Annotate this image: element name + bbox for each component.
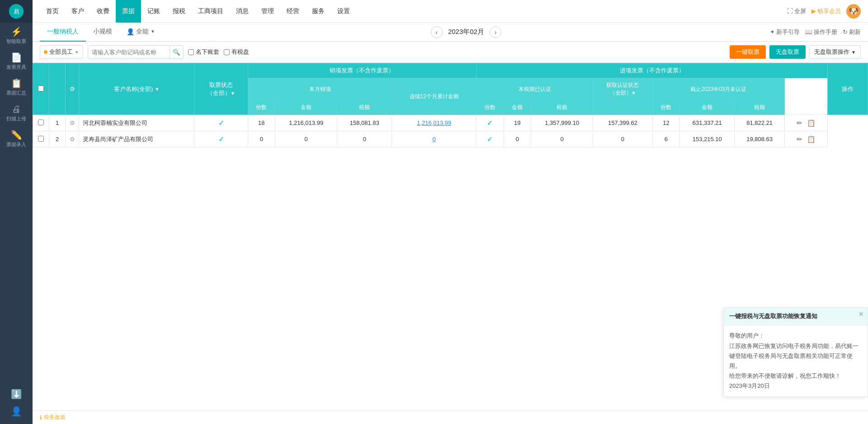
filter-right: 一键取票 无盘取票 无盘取票操作 ▼ <box>730 45 861 59</box>
employee-select[interactable]: 全部员工 ▼ <box>40 45 83 59</box>
nav-home[interactable]: 首页 <box>40 0 65 23</box>
notification-scroll[interactable]: 尊敬的用户： 江苏政务网已恢复访问电子税务局功能，易代账一键登陆电子税务局与无盘… <box>724 325 868 396</box>
view-btn[interactable]: 📋 <box>807 119 816 127</box>
th-sales-group: 销项发票（不含作废票） <box>248 63 476 78</box>
dropdown-icon: ▼ <box>851 50 856 55</box>
sidebar-item-issue-invoice[interactable]: 📄 发票开具 <box>0 48 33 74</box>
edit-btn[interactable]: ✏ <box>797 119 802 127</box>
nav-collection[interactable]: 收费 <box>90 0 116 23</box>
nav-invoice[interactable]: 票据 <box>116 0 141 23</box>
sidebar-item-download[interactable]: ⬇️ <box>0 385 33 402</box>
th-purch-verified: 本税期已认证 <box>476 78 593 100</box>
row-customer: 河北柯蓉楠实业有限公司 <box>79 115 194 131</box>
checkbox-taxdisk[interactable]: 有税盘 <box>224 48 249 56</box>
th-purch-verify-status: 获取认证状态（全部）▼ <box>593 78 652 100</box>
tax-policy-link[interactable]: 税务政策 <box>44 414 66 421</box>
row-pv-amount: 0 <box>531 131 593 148</box>
sidebar-item-data-entry[interactable]: ✏️ 票据录入 <box>0 126 33 152</box>
row-sales-amount: 1,216,013.99 <box>275 115 337 131</box>
row-fetch-status: ✓ <box>194 131 248 148</box>
topnav-items: 首页 客户 收费 票据 记账 报税 工商项目 消息 管理 经营 服务 设置 <box>40 0 787 23</box>
sidebar-item-label: 票据汇总 <box>6 90 26 96</box>
row-pu-amount: 153,215.10 <box>680 131 735 148</box>
membership-icon: ▶ <box>811 8 816 14</box>
select-all-checkbox[interactable] <box>38 86 44 91</box>
sidebar-item-label: 发票开具 <box>6 64 26 71</box>
row-checkbox[interactable] <box>33 131 49 148</box>
nav-operation[interactable]: 经营 <box>280 0 306 23</box>
sidebar-item-scan-upload[interactable]: 🖨 扫描上传 <box>0 100 33 126</box>
nav-service[interactable]: 服务 <box>306 0 331 23</box>
search-button[interactable]: 🔍 <box>170 45 183 59</box>
sidebar: 易 ⚡ 智能取票 📄 发票开具 📋 票据汇总 🖨 扫描上传 ✏️ 票据录入 ⬇️… <box>0 0 33 424</box>
chevron-down-icon: ▼ <box>75 50 79 55</box>
topnav-right: ⛶ 全屏 ▶ 畅享会员 🐶 <box>787 4 861 19</box>
checkbox-account-input[interactable] <box>188 49 194 55</box>
one-click-fetch-btn[interactable]: 一键取票 <box>730 45 766 59</box>
nav-management[interactable]: 管理 <box>255 0 280 23</box>
sidebar-bottom: ⬇️ 👤 <box>0 385 33 424</box>
row-pv-amount: 1,357,999.10 <box>531 115 593 131</box>
th-vs-filler <box>593 100 652 115</box>
row-sales-amount: 0 <box>275 131 337 148</box>
download-icon: ⬇️ <box>11 390 22 399</box>
th-checkbox <box>33 63 49 115</box>
no-disk-fetch-btn[interactable]: 无盘取票 <box>769 45 806 59</box>
logo: 易 <box>0 0 33 23</box>
row-pu-amount: 631,337.21 <box>680 115 735 131</box>
row-settings[interactable]: ⚙ <box>66 131 79 148</box>
row-customer: 灵寿县尚泽矿产品有限公司 <box>79 131 194 148</box>
row-pv-tax: 0 <box>593 131 652 148</box>
row-checkbox[interactable] <box>33 115 49 131</box>
row-settings[interactable]: ⚙ <box>66 115 79 131</box>
sidebar-item-invoice-summary[interactable]: 📋 票据汇总 <box>0 74 33 100</box>
notification-close-btn[interactable]: ✕ <box>859 310 864 318</box>
view-btn[interactable]: 📋 <box>807 135 816 143</box>
fullscreen-btn[interactable]: ⛶ 全屏 <box>787 7 806 15</box>
issue-invoice-icon: 📄 <box>11 53 22 62</box>
status-bar: ℹ 税务政策 <box>33 410 868 424</box>
next-period-btn[interactable]: › <box>490 26 501 38</box>
tab-small[interactable]: 小规模 <box>86 23 119 42</box>
search-input[interactable] <box>88 46 170 58</box>
new-guide-btn[interactable]: ✦ 新手引导 <box>770 28 800 36</box>
row-index: 2 <box>49 131 66 148</box>
user-avatar[interactable]: 🐶 <box>846 4 861 19</box>
table-row: 1 ⚙ 河北柯蓉楠实业有限公司 ✓ 18 1,216,013.99 158,08… <box>33 115 868 131</box>
manual-btn[interactable]: 📖 操作手册 <box>805 28 837 36</box>
user-icon: 👤 <box>11 407 22 416</box>
nav-bookkeeping[interactable]: 记账 <box>141 0 166 23</box>
invoice-summary-icon: 📋 <box>11 79 22 88</box>
sidebar-item-label: 智能取票 <box>6 38 26 45</box>
row-12month-amount: 1,216,013.99 <box>392 115 476 131</box>
period-text: 2023年02月 <box>448 28 484 36</box>
sidebar-item-smart-fetch[interactable]: ⚡ 智能取票 <box>0 23 33 48</box>
sidebar-item-user[interactable]: 👤 <box>0 402 33 419</box>
th-pu-tax: 税额 <box>735 100 785 115</box>
nav-customer[interactable]: 客户 <box>65 0 90 23</box>
row-verify-status: ✓ <box>476 115 504 131</box>
row-sales-count: 18 <box>248 115 275 131</box>
th-sales-month: 本月销项 <box>248 78 392 100</box>
tab-general[interactable]: 一般纳税人 <box>40 23 86 42</box>
checkbox-taxdisk-input[interactable] <box>224 49 230 55</box>
prev-period-btn[interactable]: ‹ <box>431 26 443 38</box>
customer-search: 🔍 <box>88 45 184 59</box>
refresh-btn[interactable]: ↻ 刷新 <box>843 28 861 36</box>
checkbox-account[interactable]: 名下账套 <box>188 48 219 56</box>
th-customer: 客户名称(全部) ▼ <box>79 63 194 115</box>
nav-message[interactable]: 消息 <box>230 0 255 23</box>
row-verify-status: ✓ <box>476 131 504 148</box>
row-index: 1 <box>49 115 66 131</box>
nav-tax[interactable]: 报税 <box>166 0 192 23</box>
nav-settings[interactable]: 设置 <box>331 0 356 23</box>
tab-all[interactable]: 👤 全能 ▼ <box>119 23 162 42</box>
nav-business[interactable]: 工商项目 <box>192 0 230 23</box>
row-sales-tax: 0 <box>337 131 392 148</box>
th-sales-count: 份数 <box>248 100 275 115</box>
th-fetch-status: 取票状态（全部）▼ <box>194 63 248 115</box>
membership-btn[interactable]: ▶ 畅享会员 <box>811 7 841 15</box>
no-disk-ops-btn[interactable]: 无盘取票操作 ▼ <box>809 45 861 59</box>
edit-btn[interactable]: ✏ <box>797 135 802 143</box>
th-action: 操作 <box>828 63 868 115</box>
